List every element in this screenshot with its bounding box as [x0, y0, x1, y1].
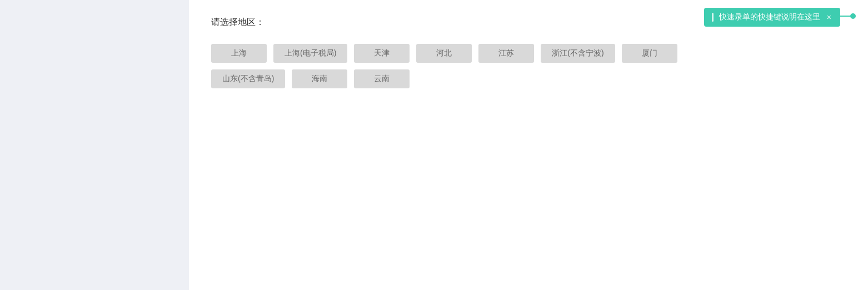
tooltip-line [839, 16, 851, 17]
region-button[interactable]: 江苏 [478, 44, 534, 63]
tooltip-close-button[interactable]: × [826, 13, 832, 22]
region-button[interactable]: 上海(电子税局) [273, 44, 347, 63]
tooltip-dot [850, 13, 856, 19]
sidebar [0, 0, 189, 290]
region-row-1: 上海上海(电子税局)天津河北江苏浙江(不含宁波)厦门 [211, 44, 846, 63]
tooltip-banner: 快速录单的快捷键说明在这里 × [704, 8, 840, 27]
main-content: 请选择地区： 上海上海(电子税局)天津河北江苏浙江(不含宁波)厦门 山东(不含青… [189, 0, 868, 290]
region-button[interactable]: 上海 [211, 44, 267, 63]
tooltip-text: 快速录单的快捷键说明在这里 [719, 12, 820, 22]
region-button[interactable]: 海南 [292, 69, 347, 88]
region-button[interactable]: 浙江(不含宁波) [541, 44, 615, 63]
region-button[interactable]: 厦门 [622, 44, 677, 63]
region-button[interactable]: 河北 [416, 44, 472, 63]
region-button[interactable]: 云南 [354, 69, 410, 88]
region-button[interactable]: 山东(不含青岛) [211, 69, 285, 88]
region-button[interactable]: 天津 [354, 44, 410, 63]
region-row-2: 山东(不含青岛)海南云南 [211, 69, 846, 88]
